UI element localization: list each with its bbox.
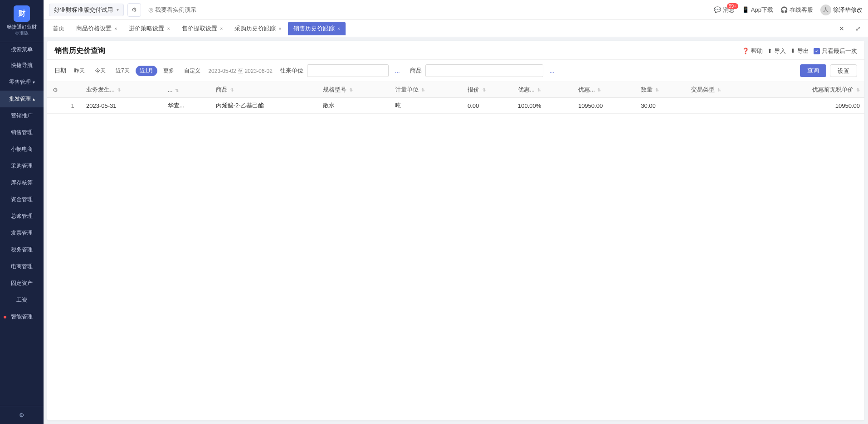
online-service-btn[interactable]: 🎧 在线客服 (780, 6, 813, 14)
gear-icon: ⚙ (132, 6, 137, 13)
product-more-btn[interactable]: ... (547, 66, 557, 76)
price-cell: 0.00 (463, 98, 513, 114)
col-discount2-header[interactable]: 优惠... ⇅ (574, 82, 636, 98)
tabs-bar: 首页 商品价格设置 × 进价策略设置 × 售价提取设置 × 采购历史价跟踪 × … (44, 20, 868, 37)
sidebar-item-ledger[interactable]: 总账管理 (0, 208, 44, 225)
import-icon: ⬆ (767, 48, 772, 54)
table-gear-icon[interactable]: ⚙ (53, 87, 58, 93)
export-label: 导出 (797, 47, 809, 55)
sidebar-item-label: 智能管理 (11, 313, 33, 321)
col-unit-header[interactable]: 计量单位 ⇅ (390, 82, 463, 98)
from-unit-input[interactable] (307, 64, 389, 77)
col-spec-header[interactable]: 规格型号 ⇅ (318, 82, 391, 98)
import-btn[interactable]: ⬆ 导入 (767, 47, 786, 55)
from-unit-more-btn[interactable]: ... (392, 66, 403, 76)
content-area: 销售历史价查询 ❓ 帮助 ⬆ 导入 ⬇ 导出 ✓ 只看最后一次 (47, 41, 864, 420)
date-btn-last1month[interactable]: 近1月 (136, 66, 158, 76)
main-area: 好业财标准版交付试用 ▾ ⚙ ◎ 我要看实例演示 💬 消息 99+ 📱 App下… (44, 0, 868, 424)
trade-type-cell (687, 98, 759, 114)
spec-cell: 散水 (318, 98, 391, 114)
close-icon[interactable]: × (337, 26, 340, 31)
tab-home[interactable]: 首页 (47, 22, 70, 35)
notifications-btn[interactable]: 💬 消息 99+ (714, 6, 735, 14)
table-row: 1 2023-05-31 华查... 丙烯酸-2-乙基己酯 散水 吨 0.00 … (47, 98, 864, 114)
notifications-badge: 99+ (727, 3, 738, 9)
close-window-btn[interactable]: ✕ (835, 22, 848, 35)
tab-label: 进价策略设置 (129, 24, 164, 33)
close-icon[interactable]: × (220, 26, 223, 31)
row-settings-cell (47, 98, 63, 114)
sidebar-item-quick-nav[interactable]: 快捷导航 (0, 57, 44, 74)
col-product-header[interactable]: 商品 ⇅ (211, 82, 318, 98)
tab-sale-history[interactable]: 销售历史价跟踪 × (288, 22, 346, 35)
sidebar-item-purchase[interactable]: 采购管理 (0, 158, 44, 174)
product-input[interactable] (425, 64, 543, 77)
user-menu[interactable]: 人 徐泽华修改 (820, 5, 863, 15)
settings-button[interactable]: 设置 (830, 64, 857, 77)
sidebar-item-sales-mgmt[interactable]: 销售管理 (0, 124, 44, 141)
app-selector[interactable]: 好业财标准版交付试用 ▾ (49, 4, 124, 16)
sidebar-item-retail[interactable]: 零售管理 ▾ (0, 74, 44, 91)
col-discount1-header[interactable]: 优惠... ⇅ (513, 82, 574, 98)
date-filter-group: 日期 昨天 今天 近7天 近1月 更多 自定义 2023-05-02 至 202… (54, 66, 273, 76)
sidebar-item-inventory[interactable]: 库存核算 (0, 174, 44, 191)
tab-sale-extract[interactable]: 售价提取设置 × (176, 22, 228, 35)
sidebar-item-payroll[interactable]: 工资 (0, 292, 44, 308)
sidebar-item-marketing[interactable]: 营销推广 (0, 107, 44, 124)
export-btn[interactable]: ⬇ 导出 (790, 47, 809, 55)
tab-product-price[interactable]: 商品价格设置 × (71, 22, 122, 35)
maximize-btn[interactable]: ⤢ (852, 22, 864, 35)
app-download-btn[interactable]: 📱 App下载 (742, 6, 773, 14)
last-only-label: 只看最后一次 (822, 47, 857, 55)
sidebar-item-tax[interactable]: 税务管理 (0, 241, 44, 258)
sort-icon: ⇅ (230, 87, 234, 92)
close-icon[interactable]: × (167, 26, 170, 31)
col-biz-date-header[interactable]: 业务发生... ⇅ (82, 82, 163, 98)
sort-icon: ⇅ (537, 87, 541, 92)
col-trade-type-header[interactable]: 交易类型 ⇅ (687, 82, 759, 98)
date-btn-yesterday[interactable]: 昨天 (70, 66, 89, 76)
sidebar-item-ecommerce-light[interactable]: 小畅电商 (0, 141, 44, 158)
message-icon: 💬 (714, 6, 721, 13)
sidebar-item-invoice[interactable]: 发票管理 (0, 225, 44, 241)
user-name: 徐泽华修改 (833, 6, 863, 14)
last-only-checkbox[interactable]: ✓ 只看最后一次 (814, 47, 857, 55)
query-button[interactable]: 查询 (800, 64, 826, 77)
sidebar-item-smart-mgmt[interactable]: 智能管理 (0, 308, 44, 325)
date-btn-last7[interactable]: 近7天 (112, 66, 134, 76)
close-icon[interactable]: × (278, 26, 281, 31)
sort-icon: ⇅ (482, 87, 486, 92)
qty-cell: 30.00 (636, 98, 687, 114)
sidebar-item-finance[interactable]: 资金管理 (0, 191, 44, 208)
col3-header[interactable]: ... ⇅ (163, 82, 211, 98)
tab-purchase-history[interactable]: 采购历史价跟踪 × (229, 22, 287, 35)
product-filter-group: 商品 ... (410, 64, 557, 77)
date-options: 昨天 今天 近7天 近1月 更多 自定义 (70, 66, 205, 76)
date-btn-custom[interactable]: 自定义 (180, 66, 205, 76)
col-label: 报价 (468, 86, 479, 93)
date-btn-more[interactable]: 更多 (159, 66, 178, 76)
export-icon: ⬇ (790, 48, 795, 54)
sidebar-item-wholesale[interactable]: 批发管理 ▴ (0, 91, 44, 107)
expand-icon: ▴ (33, 96, 35, 101)
sidebar-item-label: 零售管理 (9, 78, 31, 86)
page-header: 销售历史价查询 ❓ 帮助 ⬆ 导入 ⬇ 导出 ✓ 只看最后一次 (47, 41, 864, 60)
col-qty-header[interactable]: 数量 ⇅ (636, 82, 687, 98)
from-unit-label: 往来单位 (280, 67, 303, 75)
col-pretax-price-header[interactable]: 优惠前无税单价 ⇅ (759, 82, 864, 98)
headset-icon: 🎧 (780, 6, 788, 13)
sidebar-search[interactable]: 搜索菜单 (0, 42, 44, 57)
sidebar-item-fixed-assets[interactable]: 固定资产 (0, 275, 44, 292)
col-price-header[interactable]: 报价 ⇅ (463, 82, 513, 98)
sidebar-item-ecommerce[interactable]: 电商管理 (0, 258, 44, 275)
tab-purchase-strategy[interactable]: 进价策略设置 × (123, 22, 175, 35)
data-table: ⚙ 业务发生... ⇅ ... ⇅ 商品 ⇅ (47, 82, 864, 114)
discount1-cell: 100.00% (513, 98, 574, 114)
demo-btn[interactable]: ◎ 我要看实例演示 (148, 6, 196, 14)
close-icon[interactable]: × (114, 26, 117, 31)
date-btn-today[interactable]: 今天 (91, 66, 110, 76)
sidebar-settings-btn[interactable]: ⚙ (0, 406, 44, 424)
config-button[interactable]: ⚙ (127, 3, 141, 17)
help-btn[interactable]: ❓ 帮助 (742, 47, 763, 55)
col-label: 规格型号 (323, 86, 346, 93)
